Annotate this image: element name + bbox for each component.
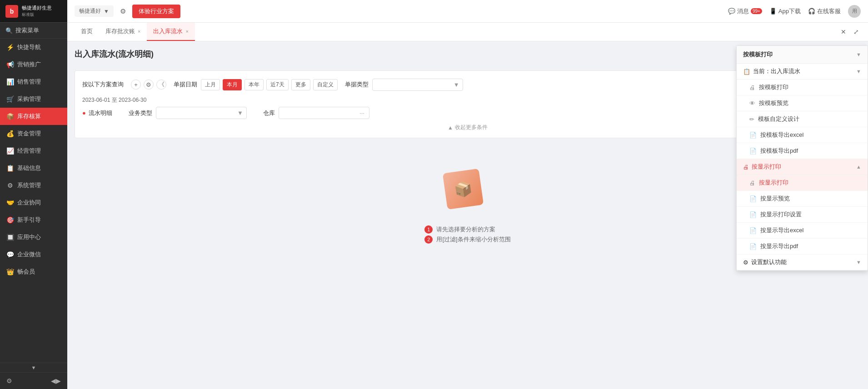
sidebar-item-sales[interactable]: 📊 销售管理: [0, 73, 67, 90]
display-print-icon: 🖨: [749, 180, 755, 186]
filter-collapse-icon: 《: [159, 80, 165, 89]
tab-expand-icon[interactable]: ⤢: [852, 26, 861, 37]
date-btn-this-year[interactable]: 本年: [244, 79, 264, 90]
message-btn[interactable]: 💬 消息 99+: [728, 7, 762, 15]
sidebar-item-quick-nav[interactable]: ⚡ 快捷导航: [0, 39, 67, 56]
template-customize-label: 模板自定义设计: [758, 115, 799, 123]
message-icon: 💬: [728, 8, 735, 15]
template-section-header[interactable]: 📋 当前：出入库流水 ▼: [737, 64, 868, 80]
collapse-label: 收起更多条件: [455, 124, 488, 131]
sidebar-item-inventory[interactable]: 📦 库存核算: [0, 108, 67, 125]
sidebar-item-label: 库存核算: [17, 112, 41, 120]
sidebar-item-operations[interactable]: 📈 经营管理: [0, 142, 67, 160]
sidebar-item-apps[interactable]: 🔲 应用中心: [0, 229, 67, 246]
set-default-label: 设置默认功能: [751, 258, 787, 266]
tab-batch-account-close[interactable]: ×: [138, 29, 140, 34]
breadcrumb-text: 畅捷通好: [79, 7, 101, 15]
dropdown-display-preview[interactable]: 📄 按显示预览: [737, 191, 868, 207]
sidebar-item-member[interactable]: 👑 畅会员: [0, 263, 67, 280]
biz-type-select[interactable]: [156, 107, 247, 119]
purchase-icon: 🛒: [6, 95, 14, 103]
sidebar-item-label: 经营管理: [17, 147, 41, 155]
date-btn-more[interactable]: 更多: [291, 79, 310, 90]
template-preview-icon: 👁: [749, 100, 755, 107]
breadcrumb[interactable]: 畅捷通好 ▼: [75, 5, 114, 17]
tab-home[interactable]: 首页: [75, 23, 99, 41]
filter-add-btn[interactable]: +: [131, 80, 141, 90]
logo-icon: b: [5, 5, 18, 18]
app-download-label: App下载: [778, 7, 801, 15]
dropdown-display-export-excel[interactable]: 📄 按显示导出excel: [737, 223, 868, 239]
dropdown-display-print-settings[interactable]: 📄 按显示打印设置: [737, 207, 868, 223]
display-section-header[interactable]: 🖨 按显示打印 ▲: [737, 159, 868, 175]
tab-flow[interactable]: 出入库流水 ×: [147, 23, 195, 41]
dropdown-display-print[interactable]: 🖨 按显示打印: [737, 175, 868, 191]
tab-batch-account[interactable]: 库存批次账 ×: [99, 23, 147, 41]
dropdown-template-customize[interactable]: ✏ 模板自定义设计: [737, 111, 868, 127]
sidebar-item-finance[interactable]: 💰 资金管理: [0, 125, 67, 142]
sidebar-item-collab[interactable]: 🤝 企业协同: [0, 194, 67, 211]
scroll-indicator: ▼: [31, 365, 36, 370]
search-icon: 🔍: [5, 27, 13, 34]
warehouse-filter: 仓库 ···: [263, 107, 369, 119]
biz-type-label: 业务类型: [129, 109, 152, 117]
tab-flow-close[interactable]: ×: [185, 29, 188, 34]
template-print-icon: 🖨: [749, 84, 755, 91]
tab-close-icon[interactable]: ✕: [839, 26, 848, 37]
settings-gear-icon[interactable]: ⚙: [6, 377, 12, 384]
sidebar-item-marketing[interactable]: 📢 营销推广: [0, 56, 67, 73]
guide-icon: 🎯: [6, 216, 14, 224]
filter-settings-icon: ⚙: [146, 81, 151, 88]
avatar[interactable]: 用: [848, 5, 861, 18]
sidebar-item-label: 企业协同: [17, 199, 41, 207]
print-dropdown: 按模板打印 ▼ 📋 当前：出入库流水 ▼ 🖨 按模板打印 👁 按模板预览 ✏ 模…: [736, 45, 868, 271]
sidebar-item-label: 快捷导航: [17, 43, 41, 51]
sidebar-item-purchase[interactable]: 🛒 采购管理: [0, 90, 67, 108]
filter-collapse-btn[interactable]: 《: [156, 80, 166, 90]
settings-icon[interactable]: ⚙: [118, 5, 128, 17]
empty-step-1: 1 请先选择要分析的方案: [424, 225, 510, 234]
biz-type-select-wrap: ▼: [156, 107, 247, 119]
set-default-chevron: ▼: [856, 259, 861, 265]
basics-icon: 📋: [6, 165, 14, 172]
date-range-section: 上月 本月 本年 近7天 更多 自定义: [201, 79, 338, 90]
sidebar-item-basics[interactable]: 📋 基础信息: [0, 160, 67, 177]
template-customize-icon: ✏: [749, 116, 754, 123]
date-btn-custom[interactable]: 自定义: [313, 79, 338, 90]
dropdown-template-export-excel[interactable]: 📄 按模板导出excel: [737, 127, 868, 143]
dropdown-display-export-pdf[interactable]: 📄 按显示导出pdf: [737, 239, 868, 254]
warehouse-label: 仓库: [263, 109, 275, 117]
sidebar-bottom: ⚙ ◀▶: [0, 372, 67, 389]
tabbar: 首页 库存批次账 × 出入库流水 × ✕ ⤢: [67, 23, 868, 41]
sidebar-item-system[interactable]: ⚙ 系统管理: [0, 177, 67, 194]
marketing-icon: 📢: [6, 61, 14, 68]
operations-icon: 📈: [6, 147, 14, 155]
headset-icon: 🎧: [808, 8, 815, 15]
empty-box-icon: 📦: [443, 169, 484, 209]
sidebar-search[interactable]: 🔍 搜索菜单: [0, 23, 67, 39]
template-section-icon: 📋: [743, 68, 750, 75]
collapse-sidebar-icon[interactable]: ◀▶: [51, 377, 61, 384]
flow-tag-label: 流水明细: [89, 109, 112, 117]
dropdown-template-print[interactable]: 🖨 按模板打印: [737, 80, 868, 95]
warehouse-select[interactable]: ···: [279, 107, 369, 119]
date-btn-last-month[interactable]: 上月: [201, 79, 220, 90]
date-btn-7days[interactable]: 近7天: [266, 79, 289, 90]
industry-btn[interactable]: 体验行业方案: [132, 5, 180, 18]
logo-name: 畅捷通好生意: [22, 5, 52, 11]
online-service-btn[interactable]: 🎧 在线客服: [808, 7, 841, 15]
sidebar-item-guide[interactable]: 🎯 新手引导: [0, 211, 67, 229]
sidebar-item-wechat[interactable]: 💬 企业微信: [0, 246, 67, 263]
doc-type-filter: 单据类型 ▼: [345, 79, 463, 91]
collab-icon: 🤝: [6, 199, 14, 206]
sidebar-item-label: 基础信息: [17, 164, 41, 172]
doc-type-select[interactable]: [372, 79, 463, 91]
date-btn-this-month[interactable]: 本月: [223, 79, 242, 90]
dropdown-template-preview[interactable]: 👁 按模板预览: [737, 95, 868, 111]
inventory-icon: 📦: [6, 113, 14, 120]
filter-settings-btn[interactable]: ⚙: [144, 80, 154, 90]
sidebar-item-label: 应用中心: [17, 233, 41, 241]
set-default-header[interactable]: ⚙ 设置默认功能 ▼: [737, 254, 868, 270]
dropdown-template-export-pdf[interactable]: 📄 按模板导出pdf: [737, 143, 868, 159]
app-download-btn[interactable]: 📱 App下载: [769, 7, 801, 15]
